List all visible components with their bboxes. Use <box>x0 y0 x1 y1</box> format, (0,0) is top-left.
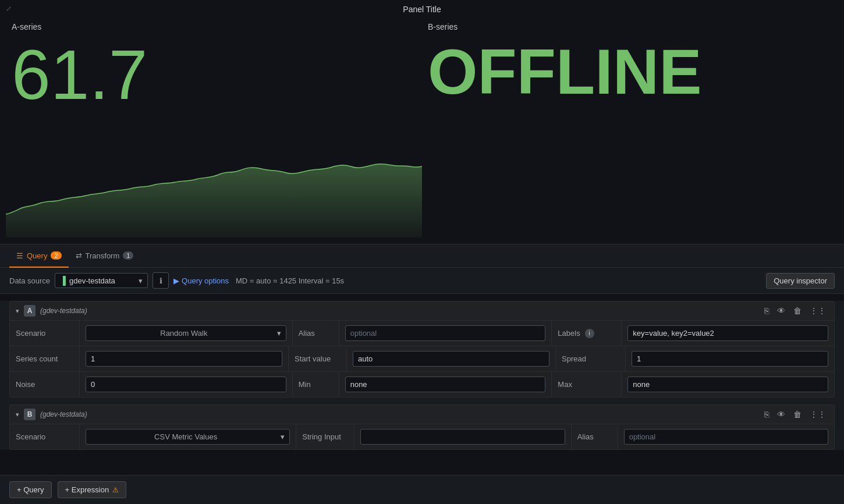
query-options-label: Query options <box>182 276 229 285</box>
query-b-duplicate-button[interactable]: ⎘ <box>762 409 771 420</box>
query-b-fields: Scenario CSV Metric Values ▾ String Inpu… <box>9 424 835 450</box>
chart-fill <box>6 164 422 237</box>
query-b-more-button[interactable]: ⋮⋮ <box>807 409 828 420</box>
series-b-label: B-series <box>428 22 832 31</box>
query-a-more-button[interactable]: ⋮⋮ <box>807 305 828 317</box>
query-b-scenario-select[interactable]: CSV Metric Values ▾ <box>86 429 290 445</box>
query-options-button[interactable]: ▶ Query options <box>173 276 229 285</box>
query-b-scenario-chevron-icon: ▾ <box>281 432 285 441</box>
alias-input[interactable] <box>345 325 546 341</box>
string-input-label: String Input <box>296 424 354 449</box>
query-b-header: ▾ B (gdev-testdata) ⎘ 👁 🗑 ⋮⋮ <box>9 404 835 424</box>
add-expression-label: + Expression <box>65 485 109 494</box>
transform-tab-label: Transform <box>86 251 120 260</box>
query-b-scenario-label: Scenario <box>10 424 80 449</box>
viz-right: B-series OFFLINE <box>422 16 838 237</box>
query-b-actions: ⎘ 👁 🗑 ⋮⋮ <box>762 409 828 420</box>
datasource-name: gdev-testdata <box>69 276 115 285</box>
min-label: Min <box>293 372 339 397</box>
add-expression-button[interactable]: + Expression ⚠ <box>58 481 127 498</box>
panel-title-bar: Panel Title <box>0 0 844 16</box>
alias-label: Alias <box>293 321 339 346</box>
query-b-ds-name: (gdev-testdata) <box>40 410 87 418</box>
query-b-alias-label: Alias <box>572 424 618 449</box>
warn-icon: ⚠ <box>112 486 119 494</box>
chevron-down-icon: ▾ <box>139 276 143 285</box>
panel-visualization: ⤢ Panel Title A-series 61.7 <box>0 0 844 244</box>
query-b-collapse-button[interactable]: ▾ <box>16 411 19 418</box>
tab-query[interactable]: ☰ Query 2 <box>9 244 69 268</box>
query-options-chevron-icon: ▶ <box>173 276 179 285</box>
query-b-row-1: Scenario CSV Metric Values ▾ String Inpu… <box>10 424 834 449</box>
chart-svg <box>6 162 422 237</box>
query-a-ds-name: (gdev-testdata) <box>40 307 87 315</box>
query-a-row-2: Series count Start value Spread <box>10 346 834 372</box>
labels-input[interactable] <box>627 325 828 341</box>
tabs-bar: ☰ Query 2 ⇄ Transform 1 <box>0 244 844 268</box>
labels-info-icon[interactable]: i <box>585 329 594 338</box>
panel-title: Panel Title <box>403 5 441 14</box>
transform-tab-badge: 1 <box>123 251 133 260</box>
bottom-bar: + Query + Expression ⚠ <box>0 475 844 504</box>
query-a-header: ▾ A (gdev-testdata) ⎘ 👁 🗑 ⋮⋮ <box>9 301 835 321</box>
scenario-chevron-icon: ▾ <box>277 329 281 338</box>
scenario-label: Scenario <box>10 321 80 346</box>
series-a-label: A-series <box>12 22 416 31</box>
series-a-value: 61.7 <box>12 40 416 109</box>
query-b-delete-button[interactable]: 🗑 <box>791 409 804 420</box>
chart-area <box>6 162 422 237</box>
series-count-label: Series count <box>10 346 80 371</box>
min-input[interactable] <box>345 377 546 392</box>
query-a-actions: ⎘ 👁 🗑 ⋮⋮ <box>762 305 828 317</box>
datasource-label: Data source <box>9 276 50 285</box>
spread-label: Spread <box>556 346 626 371</box>
series-b-value: OFFLINE <box>428 40 832 104</box>
tab-transform[interactable]: ⇄ Transform 1 <box>69 244 141 268</box>
spread-input[interactable] <box>632 351 828 367</box>
add-query-button[interactable]: + Query <box>9 481 52 498</box>
query-a-fields: Scenario Random Walk ▾ Alias Labels i Se… <box>9 321 835 397</box>
viz-content: A-series 61.7 <box>0 16 844 237</box>
viz-left: A-series 61.7 <box>6 16 422 237</box>
series-count-input[interactable] <box>86 351 282 367</box>
query-b-alias-input[interactable] <box>624 429 828 445</box>
toolbar: Data source ▐ gdev-testdata ▾ ℹ ▶ Query … <box>0 268 844 294</box>
start-value-input[interactable] <box>353 351 549 367</box>
scenario-select[interactable]: Random Walk ▾ <box>86 325 286 341</box>
noise-input[interactable] <box>86 377 286 392</box>
labels-label: Labels <box>558 329 580 338</box>
datasource-icon: ▐ <box>60 276 66 285</box>
panel-expand-icon[interactable]: ⤢ <box>6 5 12 13</box>
datasource-info-button[interactable]: ℹ <box>153 272 169 289</box>
start-value-label: Start value <box>289 346 347 371</box>
datasource-select[interactable]: ▐ gdev-testdata ▾ <box>55 273 148 288</box>
max-input[interactable] <box>627 377 828 392</box>
scenario-value: Random Walk <box>160 329 207 338</box>
query-a-row-3: Noise Min Max <box>10 372 834 397</box>
query-a-toggle-button[interactable]: 👁 <box>775 305 788 317</box>
query-a-delete-button[interactable]: 🗑 <box>791 305 804 317</box>
string-input[interactable] <box>360 429 565 445</box>
query-section: ▾ A (gdev-testdata) ⎘ 👁 🗑 ⋮⋮ Scenario Ra… <box>0 301 844 450</box>
query-b-scenario-value: CSV Metric Values <box>154 432 217 441</box>
query-a-duplicate-button[interactable]: ⎘ <box>762 305 771 317</box>
query-inspector-button[interactable]: Query inspector <box>766 273 835 289</box>
query-b-toggle-button[interactable]: 👁 <box>775 409 788 420</box>
transform-tab-icon: ⇄ <box>76 251 82 260</box>
query-tab-badge: 2 <box>51 251 61 260</box>
query-tab-icon: ☰ <box>16 251 23 260</box>
query-meta: MD = auto = 1425 Interval = 15s <box>236 276 344 285</box>
query-tab-label: Query <box>27 251 47 260</box>
query-b-letter: B <box>24 409 36 420</box>
query-a-collapse-button[interactable]: ▾ <box>16 307 19 315</box>
query-a-letter: A <box>24 305 36 317</box>
max-label: Max <box>552 372 622 397</box>
query-a-row-1: Scenario Random Walk ▾ Alias Labels i <box>10 321 834 346</box>
noise-label: Noise <box>10 372 80 397</box>
